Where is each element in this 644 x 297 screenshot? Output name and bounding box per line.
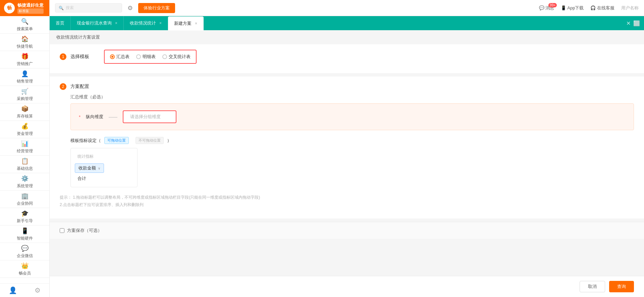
step2-label: 方案配置 [70, 84, 89, 90]
sidebar-label-smart-hw: 智能硬件 [17, 236, 33, 241]
sidebar-item-enterprise[interactable]: 🏢 企业协同 [0, 191, 49, 208]
tips-section: 提示： 1.拖动标题栏可以调整布局，不可跨维度或指标区域拖动栏目字段(只能在同一… [60, 194, 634, 208]
service-label: 在线客服 [597, 5, 614, 10]
topbar: 🔍 搜索 ⚙ 体验行业方案 💬 消息 99+ 📱 App下载 🎧 在线客服 用户… [50, 0, 644, 16]
sidebar-logo: 畅 畅捷通好生意 标准版 [0, 0, 49, 16]
smart-hw-icon: 📱 [21, 227, 29, 235]
download-icon: 📱 [561, 5, 566, 10]
sidebar-label-sales: 销售管理 [17, 79, 33, 84]
sidebar-item-operations[interactable]: 📊 经营管理 [0, 138, 49, 156]
cancel-button[interactable]: 取消 [580, 281, 605, 292]
template-select-area: 汇总表 明细表 交叉统计表 [104, 50, 197, 64]
search-placeholder: 搜索 [66, 5, 74, 11]
sidebar-label-operations: 经营管理 [17, 148, 33, 154]
basic-info-icon: 📋 [21, 157, 29, 165]
tab-new-plan-close[interactable]: × [195, 21, 197, 26]
sidebar-item-inventory[interactable]: 📦 库存核算 [0, 103, 49, 121]
sidebar-settings-icon[interactable]: ⚙ [35, 286, 41, 294]
sidebar-label-marketing: 营销推广 [17, 61, 33, 67]
sidebar-label-newbie: 新手引导 [17, 218, 33, 224]
tab-bank-flow-label: 现金银行流水查询 [77, 20, 112, 26]
section-divider [50, 73, 644, 77]
tab-new-plan-label: 新建方案 [174, 20, 192, 27]
sidebar-item-search-menu[interactable]: 🔍 搜索菜单 [0, 16, 49, 34]
sidebar-item-smart-hw[interactable]: 📱 智能硬件 [0, 226, 49, 243]
sidebar-label-wechat: 企业微信 [17, 253, 33, 259]
step1-section: 1 选择模板 汇总表 明细表 交叉统计表 [50, 44, 644, 73]
topbar-search[interactable]: 🔍 搜索 [55, 3, 122, 12]
sidebar-user-icon[interactable]: 👤 [9, 286, 17, 294]
sidebar-item-finance[interactable]: 💰 资金管理 [0, 121, 49, 138]
online-service[interactable]: 🎧 在线客服 [590, 5, 614, 11]
tab-home[interactable]: 首页 [50, 16, 71, 30]
metric-tag-amount[interactable]: 收款金额 ∨ [75, 163, 104, 173]
radio-cross[interactable]: 交叉统计表 [162, 54, 191, 60]
step2-section: 2 方案配置 汇总维度（必选） * 纵向维度 —— 请选择分组维度 [50, 77, 644, 218]
sidebar-item-sales[interactable]: 👤 销售管理 [0, 68, 49, 86]
tip-1: 提示： 1.拖动标题栏可以调整布局，不可跨维度或指标区域拖动栏目字段(只能在同一… [60, 194, 634, 201]
search-menu-icon: 🔍 [21, 18, 29, 25]
sidebar-item-basic-info[interactable]: 📋 基础信息 [0, 156, 49, 173]
quick-nav-icon: 🏠 [21, 35, 29, 43]
marketing-icon: 🎁 [21, 53, 29, 60]
sidebar-item-purchase[interactable]: 🛒 采购管理 [0, 86, 49, 103]
query-button[interactable]: 查询 [609, 281, 634, 292]
app-download[interactable]: 📱 App下载 [561, 5, 584, 11]
step2-num: 2 [60, 83, 66, 90]
logo-name: 畅捷通好生意 [17, 2, 44, 8]
trial-button[interactable]: 体验行业方案 [138, 3, 175, 13]
dimension-section: 汇总维度（必选） * 纵向维度 —— 请选择分组维度 [70, 94, 634, 130]
enterprise-icon: 🏢 [21, 192, 29, 200]
sidebar-label-search-menu: 搜索菜单 [17, 26, 33, 32]
message-badge[interactable]: 💬 消息 99+ [539, 5, 554, 11]
dim-select-box[interactable]: 请选择分组维度 [123, 110, 176, 123]
radio-summary-label: 汇总表 [116, 54, 129, 60]
logo-badge: 标准版 [17, 8, 44, 14]
inventory-icon: 📦 [21, 105, 29, 112]
dimension-title: 汇总维度（必选） [70, 94, 634, 100]
topbar-settings-icon[interactable]: ⚙ [127, 4, 133, 12]
sales-icon: 👤 [21, 70, 29, 78]
sidebar-label-basic-info: 基础信息 [17, 166, 33, 171]
tab-home-label: 首页 [56, 20, 64, 26]
sidebar-item-newbie[interactable]: 🎓 新手引导 [0, 208, 49, 226]
service-icon: 🎧 [590, 5, 596, 10]
close-window-icon[interactable]: ✕ [626, 20, 631, 27]
purchase-icon: 🛒 [21, 88, 29, 95]
step1-label: 选择模板 [70, 54, 89, 60]
step1-row: 1 选择模板 汇总表 明细表 交叉统计表 [60, 50, 634, 64]
tab-collect-stat-close[interactable]: × [159, 21, 162, 26]
dimension-row: * 纵向维度 —— 请选择分组维度 [79, 110, 626, 123]
tab-bank-flow-close[interactable]: × [115, 21, 117, 26]
sidebar-item-quick-nav[interactable]: 🏠 快捷导航 [0, 34, 49, 51]
maximize-icon[interactable]: ⬜ [633, 20, 640, 27]
radio-summary-circle [110, 54, 115, 59]
member-icon: 👑 [21, 262, 29, 269]
dimension-area: * 纵向维度 —— 请选择分组维度 [70, 103, 634, 130]
sidebar-item-member[interactable]: 👑 畅会员 [0, 260, 49, 278]
sidebar-item-system[interactable]: ⚙️ 系统管理 [0, 173, 49, 191]
message-icon: 💬 [539, 5, 544, 10]
sidebar-item-marketing[interactable]: 🎁 营销推广 [0, 51, 49, 68]
operations-icon: 📊 [21, 140, 29, 147]
finance-icon: 💰 [21, 122, 29, 130]
main-area: 🔍 搜索 ⚙ 体验行业方案 💬 消息 99+ 📱 App下载 🎧 在线客服 用户… [50, 0, 644, 297]
tab-bank-flow[interactable]: 现金银行流水查询 × [71, 16, 124, 30]
radio-summary[interactable]: 汇总表 [110, 54, 129, 60]
tab-collect-stat[interactable]: 收款情况统计 × [124, 16, 168, 30]
radio-detail[interactable]: 明细表 [136, 54, 156, 60]
tip-2: 2.点击标题栏下拉可设置排序、插入列和删除列 [60, 201, 634, 209]
radio-detail-label: 明细表 [143, 54, 156, 60]
sidebar-item-wechat[interactable]: 💬 企业微信 [0, 243, 49, 260]
save-checkbox[interactable] [60, 228, 64, 233]
radio-cross-label: 交叉统计表 [169, 54, 191, 60]
tab-new-plan[interactable]: 新建方案 × [168, 16, 204, 31]
search-icon: 🔍 [59, 6, 64, 10]
metrics-title-suffix: ） [167, 138, 171, 144]
sidebar-bottom: 👤 ⚙ [0, 283, 49, 297]
sidebar: 畅 畅捷通好生意 标准版 🔍 搜索菜单 🏠 快捷导航 🎁 营销推广 👤 销售管理… [0, 0, 50, 297]
radio-detail-circle [136, 54, 141, 59]
download-label: App下载 [567, 5, 584, 10]
system-icon: ⚙️ [21, 175, 29, 182]
metrics-category: 统计指标 [75, 152, 133, 161]
